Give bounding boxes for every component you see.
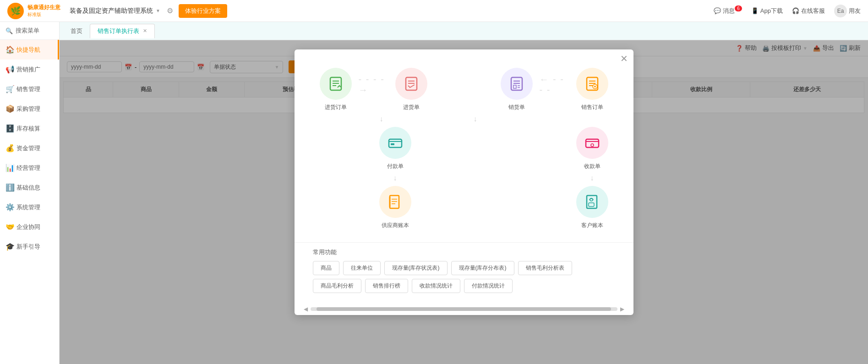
content-area: 首页 销售订单执行表 ✕ ❓ 帮助 🖨️ xyxy=(60,22,868,364)
sidebar-item-marketing[interactable]: 📢 营销推广 xyxy=(0,60,59,79)
sidebar-item-basic-info[interactable]: ℹ️ 基础信息 xyxy=(0,178,59,197)
content-body: ❓ 帮助 🖨️ 按模板打印 ▼ 📤 导出 🔄 刷新 xyxy=(60,40,868,364)
enterprise-icon: 🤝 xyxy=(5,223,14,231)
sales-bill-circle xyxy=(501,68,533,100)
logo-text: 畅康通好生意 标准版 xyxy=(27,4,60,18)
func-btn-receipt-stats[interactable]: 收款情况统计 xyxy=(412,279,460,293)
user-area[interactable]: Ea 用友 xyxy=(834,5,861,17)
svg-rect-27 xyxy=(389,196,391,207)
scroll-left-arrow[interactable]: ◀ xyxy=(304,306,308,312)
modal: ✕ 进货订单 xyxy=(295,49,633,315)
tab-home[interactable]: 首页 xyxy=(63,24,90,38)
sidebar-item-quick-nav[interactable]: 🏠 快捷导航 xyxy=(0,40,59,60)
sales-icon: 🛒 xyxy=(5,85,14,93)
func-btn-sales-margin[interactable]: 销售毛利分析表 xyxy=(518,261,572,275)
scroll-right-arrow[interactable]: ▶ xyxy=(620,306,624,312)
payment-circle xyxy=(379,127,411,159)
common-functions: 常用功能 商品 往来单位 现存量(库存状况表) 现存量(库存分布表) 销售毛利分… xyxy=(295,242,633,302)
operations-icon: 📊 xyxy=(5,163,14,172)
flow-row-3: 付款单 收款单 xyxy=(313,127,615,170)
sales-order-label: 销售订单 xyxy=(581,103,603,111)
func-btn-partner[interactable]: 往来单位 xyxy=(343,261,381,275)
flow-row-2: ↓ ↓ xyxy=(313,115,615,123)
common-functions-title: 常用功能 xyxy=(313,248,615,256)
experience-button[interactable]: 体验行业方案 xyxy=(179,4,227,18)
func-btn-sales-rank[interactable]: 销售排行榜 xyxy=(365,279,408,293)
flow-node-payment[interactable]: 付款单 xyxy=(372,127,418,170)
func-btn-goods-margin[interactable]: 商品毛利分析 xyxy=(313,279,361,293)
sidebar-item-sales[interactable]: 🛒 销售管理 xyxy=(0,79,59,99)
flow-node-receipt[interactable]: 收款单 xyxy=(569,127,615,170)
app-wrapper: 🌿 畅康通好生意 标准版 装备及固定资产辅助管理系统 ▼ ⚙ 体验行业方案 💬 … xyxy=(0,0,868,364)
online-service-item[interactable]: 🎧 在线客服 xyxy=(792,7,825,15)
sidebar-item-funds[interactable]: 💰 资金管理 xyxy=(0,138,59,158)
down-arrow-icon-3: ↓ xyxy=(393,174,397,182)
home-icon: 🏠 xyxy=(5,45,14,54)
funds-icon: 💰 xyxy=(5,144,14,152)
flow-row-4: ↓ ↓ xyxy=(313,174,615,182)
flow-row-1: 进货订单 - - - - → xyxy=(313,68,615,111)
purchase-bill-label: 进货单 xyxy=(403,103,420,111)
arrow-sales-left: ← - - - - xyxy=(540,74,569,105)
svg-rect-10 xyxy=(513,85,516,88)
top-bar: 🌿 畅康通好生意 标准版 装备及固定资产辅助管理系统 ▼ ⚙ 体验行业方案 💬 … xyxy=(0,0,868,22)
scrollbar-track[interactable] xyxy=(311,307,617,311)
purchase-bill-circle xyxy=(395,68,427,100)
system-dropdown-icon[interactable]: ▼ xyxy=(156,8,160,13)
payment-label: 付款单 xyxy=(387,163,404,170)
svg-rect-20 xyxy=(389,139,402,147)
avatar: Ea xyxy=(834,5,847,17)
down-arrow-receipt: ↓ xyxy=(569,174,615,182)
message-icon: 💬 xyxy=(714,7,721,14)
supplier-ledger-circle xyxy=(379,186,411,218)
func-btn-payment-stats[interactable]: 付款情况统计 xyxy=(464,279,513,293)
flow-node-customer-ledger[interactable]: 客户账本 xyxy=(569,186,615,229)
func-btn-stock-status[interactable]: 现存量(库存状况表) xyxy=(384,261,448,275)
scrollbar-thumb xyxy=(317,307,611,311)
sales-bill-label: 销货单 xyxy=(508,103,525,111)
sidebar-item-newbie[interactable]: 🎓 新手引导 xyxy=(0,237,59,256)
down-arrow-purchase: ↓ xyxy=(313,115,391,123)
search-menu[interactable]: 🔍 搜索菜单 xyxy=(0,22,59,40)
sidebar-item-enterprise[interactable]: 🤝 企业协同 xyxy=(0,217,59,237)
flow-node-supplier-ledger[interactable]: 供应商账本 xyxy=(372,186,418,229)
sidebar-item-operations[interactable]: 📊 经营管理 xyxy=(0,158,59,178)
purchase-order-label: 进货订单 xyxy=(325,103,347,111)
tab-sales-order[interactable]: 销售订单执行表 ✕ xyxy=(90,24,155,38)
func-btn-stock-dist[interactable]: 现存量(库存分布表) xyxy=(451,261,514,275)
flow-node-purchase-order[interactable]: 进货订单 xyxy=(313,68,359,111)
supplier-ledger-label: 供应商账本 xyxy=(382,222,409,229)
service-icon: 🎧 xyxy=(792,7,799,14)
sidebar-item-purchase[interactable]: 📦 采购管理 xyxy=(0,99,59,119)
flowchart: 进货订单 - - - - → xyxy=(295,49,633,242)
func-btn-goods[interactable]: 商品 xyxy=(313,261,339,275)
flow-node-purchase-bill[interactable]: 进货单 xyxy=(388,68,434,111)
logo-icon: 🌿 xyxy=(7,3,24,19)
sidebar-item-system[interactable]: ⚙️ 系统管理 xyxy=(0,197,59,217)
settings-icon[interactable]: ⚙ xyxy=(167,6,173,15)
modal-close-button[interactable]: ✕ xyxy=(620,53,628,64)
system-icon: ⚙️ xyxy=(5,203,14,212)
app-icon: 📱 xyxy=(751,7,759,14)
inventory-icon: 🗄️ xyxy=(5,124,14,133)
func-buttons: 商品 往来单位 现存量(库存状况表) 现存量(库存分布表) 销售毛利分析表 商品… xyxy=(313,261,615,293)
tab-bar: 首页 销售订单执行表 ✕ xyxy=(60,22,868,40)
arrow-purchase: - - - - → xyxy=(359,74,388,105)
marketing-icon: 📢 xyxy=(5,65,14,74)
top-bar-right: 💬 消息 6 📱 App下载 🎧 在线客服 Ea 用友 xyxy=(714,5,861,17)
logo-area: 🌿 畅康通好生意 标准版 xyxy=(7,3,62,19)
message-item[interactable]: 💬 消息 6 xyxy=(714,7,742,15)
newbie-icon: 🎓 xyxy=(5,242,14,251)
flow-node-sales-bill[interactable]: 销货单 xyxy=(494,68,540,111)
receipt-circle xyxy=(576,127,608,159)
purchase-order-circle xyxy=(320,68,352,100)
modal-overlay: ✕ 进货订单 xyxy=(60,40,868,364)
sidebar-item-inventory[interactable]: 🗄️ 库存核算 xyxy=(0,119,59,138)
down-arrow-sales: ↓ xyxy=(459,115,537,123)
sidebar: 🔍 搜索菜单 🏠 快捷导航 📢 营销推广 🛒 销售管理 📦 采购管理 🗄️ xyxy=(0,22,60,364)
svg-point-25 xyxy=(591,144,594,147)
down-arrow-icon-4: ↓ xyxy=(590,174,594,182)
tab-close-icon[interactable]: ✕ xyxy=(143,28,147,34)
flow-node-sales-order[interactable]: 销售订单 xyxy=(569,68,615,111)
app-download-item[interactable]: 📱 App下载 xyxy=(751,7,783,15)
